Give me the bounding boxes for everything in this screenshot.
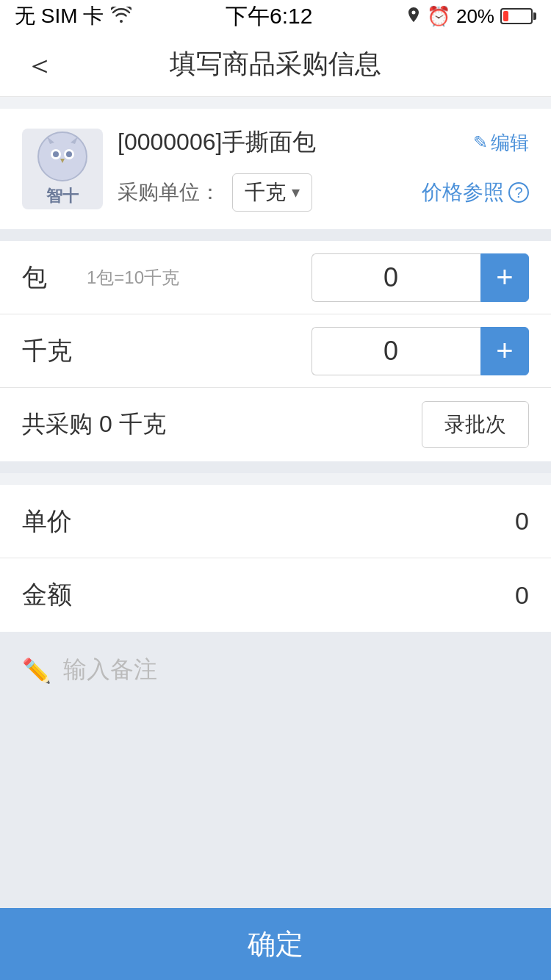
amount-value: 0	[515, 581, 529, 610]
battery-icon	[500, 8, 536, 24]
page-title: 填写商品采购信息	[170, 46, 381, 82]
alarm-icon: ⏰	[427, 5, 450, 28]
record-batch-label: 录批次	[444, 413, 506, 436]
status-left: 无 SIM 卡	[15, 2, 132, 30]
confirm-button-label: 确定	[248, 926, 303, 963]
kg-label: 千克	[22, 334, 81, 368]
bao-quantity-input[interactable]	[311, 253, 480, 302]
product-card: 智十 [0000006]手撕面包 ✎ 编辑 采购单位： 千克 ▾ 价格参照 ?	[0, 109, 551, 229]
unit-price-row: 单价 0	[0, 485, 551, 558]
summary-row: 共采购 0 千克 录批次	[0, 388, 551, 461]
bao-section: 包 1包=10千克 + 千克 +	[0, 241, 551, 388]
edit-icon: ✎	[473, 132, 488, 153]
product-logo-svg	[37, 131, 88, 182]
price-ref-label: 价格参照	[422, 179, 504, 206]
status-bar: 无 SIM 卡 下午6:12 ⏰ 20%	[0, 0, 551, 32]
location-icon	[406, 5, 421, 28]
total-label: 共采购	[22, 411, 93, 437]
unit-dropdown[interactable]: 千克 ▾	[232, 173, 312, 212]
info-icon: ?	[508, 182, 529, 203]
pencil-icon: ✏️	[22, 657, 51, 685]
bao-sublabel: 1包=10千克	[87, 266, 179, 289]
product-info: [0000006]手撕面包 ✎ 编辑 采购单位： 千克 ▾ 价格参照 ?	[118, 126, 529, 212]
total-value: 0	[99, 411, 112, 437]
unit-price-label: 单价	[22, 505, 72, 538]
kg-row: 千克 +	[0, 314, 551, 388]
svg-point-4	[66, 151, 72, 157]
confirm-button-bar[interactable]: 确定	[0, 908, 551, 980]
bao-label: 包	[22, 261, 81, 295]
section-separator-2	[0, 461, 551, 473]
back-button[interactable]: ＜	[18, 37, 62, 92]
kg-quantity-input[interactable]	[311, 327, 480, 375]
bao-quantity-control: +	[311, 253, 529, 302]
amount-row: 金额 0	[0, 558, 551, 632]
svg-point-3	[53, 151, 59, 157]
nav-bar: ＜ 填写商品采购信息	[0, 32, 551, 97]
record-batch-button[interactable]: 录批次	[422, 401, 529, 448]
product-name-row: [0000006]手撕面包 ✎ 编辑	[118, 126, 529, 159]
notes-section[interactable]: ✏️ 输入备注	[0, 632, 551, 779]
bao-plus-button[interactable]: +	[480, 253, 529, 302]
unit-value: 千克	[245, 179, 286, 206]
amount-label: 金额	[22, 578, 72, 612]
total-unit: 千克	[119, 411, 166, 437]
status-right: ⏰ 20%	[406, 5, 536, 28]
battery-percent: 20%	[456, 5, 494, 28]
wifi-icon	[111, 5, 132, 28]
dropdown-arrow-icon: ▾	[292, 183, 300, 202]
purchase-unit-row: 采购单位： 千克 ▾ 价格参照 ?	[118, 173, 529, 212]
price-ref-button[interactable]: 价格参照 ?	[422, 179, 529, 206]
section-separator-1	[0, 229, 551, 241]
bao-row: 包 1包=10千克 +	[0, 241, 551, 314]
status-time: 下午6:12	[226, 1, 312, 32]
edit-button[interactable]: ✎ 编辑	[473, 130, 529, 156]
edit-label: 编辑	[491, 130, 529, 156]
product-logo-text: 智十	[46, 185, 79, 207]
notes-placeholder: 输入备注	[63, 654, 157, 686]
kg-quantity-control: +	[311, 327, 529, 375]
product-name: [0000006]手撕面包	[118, 126, 316, 159]
price-section: 单价 0 金额 0	[0, 485, 551, 632]
no-sim-text: 无 SIM 卡	[15, 2, 104, 30]
svg-point-0	[38, 132, 87, 181]
summary-text: 共采购 0 千克	[22, 408, 166, 441]
unit-label: 采购单位：	[118, 179, 220, 206]
unit-price-value: 0	[515, 507, 529, 536]
kg-plus-button[interactable]: +	[480, 327, 529, 375]
product-image: 智十	[22, 129, 103, 209]
